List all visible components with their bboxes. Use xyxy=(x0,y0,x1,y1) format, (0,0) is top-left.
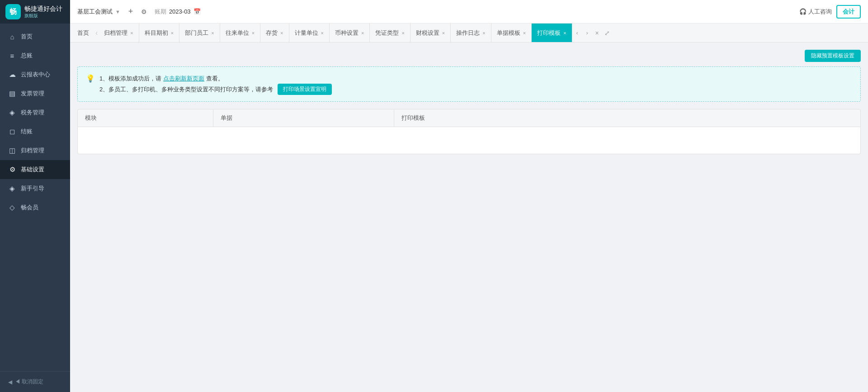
sidebar-item-label: 云报表中心 xyxy=(21,71,50,79)
tab-close-icon[interactable]: × xyxy=(211,30,214,36)
tab-dept-employee[interactable]: 部门员工 × xyxy=(179,24,220,43)
tab-tax-settings[interactable]: 财税设置 × xyxy=(410,24,451,43)
headset-icon: 🎧 xyxy=(799,8,807,15)
sidebar-logo: 畅 畅捷通好会计 旗舰版 xyxy=(0,0,70,24)
info-line-2: 2、多员工、多打印机、多种业务类型设置不同打印方案等，请参考 打印场景设置宣明 xyxy=(99,84,852,95)
tab-print-template[interactable]: 打印模板 × xyxy=(532,24,572,43)
chevron-down-icon: ▼ xyxy=(115,9,120,14)
tab-next-button[interactable]: › xyxy=(582,24,592,43)
sidebar-item-cloud-report[interactable]: ☁ 云报表中心 xyxy=(0,65,70,84)
logo-text: 畅捷通好会计 xyxy=(24,5,62,13)
header-actions: + ⚙ xyxy=(126,7,149,17)
vip-icon: ◇ xyxy=(8,203,16,212)
tab-label: 财税设置 xyxy=(416,29,439,37)
print-scene-button[interactable]: 打印场景设置宣明 xyxy=(278,84,332,95)
col-module: 模块 xyxy=(78,109,213,127)
cancel-fixed-icon: ◀ xyxy=(8,379,12,385)
tab-close-icon[interactable]: × xyxy=(252,30,255,36)
col-form: 单据 xyxy=(213,109,394,127)
tab-operation-log[interactable]: 操作日志 × xyxy=(451,24,491,43)
cloud-icon: ☁ xyxy=(8,71,16,79)
col-template: 打印模板 xyxy=(394,109,860,127)
sidebar-item-archive[interactable]: ◫ 归档管理 xyxy=(0,141,70,160)
company-name: 基层工会测试 xyxy=(77,8,113,16)
period-info: 账期 2023-03 📅 xyxy=(155,8,201,16)
archive-icon: ◫ xyxy=(8,146,16,155)
tax-icon: ◈ xyxy=(8,109,16,117)
sidebar-item-home[interactable]: ⌂ 首页 xyxy=(0,27,70,46)
sidebar-item-label: 归档管理 xyxy=(21,146,44,155)
sidebar-item-tax[interactable]: ◈ 税务管理 xyxy=(0,103,70,122)
info-line-1: 1、模板添加成功后，请 点击刷新新页面 查看。 xyxy=(99,73,852,84)
tab-close-icon[interactable]: × xyxy=(442,30,445,36)
add-tab-button[interactable]: + xyxy=(126,7,136,17)
period-label: 账期 xyxy=(155,8,166,16)
company-selector[interactable]: 基层工会测试 ▼ xyxy=(77,8,120,16)
tab-separator: ‹ xyxy=(95,29,98,37)
sidebar-item-basic-settings[interactable]: ⚙ 基础设置 xyxy=(0,160,70,179)
main-area: 基层工会测试 ▼ + ⚙ 账期 2023-03 📅 🎧 人工咨询 会计 首页 ‹… xyxy=(70,0,868,392)
newbie-icon: ◈ xyxy=(8,184,16,193)
tab-label: 科目期初 xyxy=(145,29,168,37)
tab-prev-button[interactable]: ‹ xyxy=(572,24,582,43)
sidebar-item-label: 结账 xyxy=(21,128,33,136)
sidebar-item-invoice[interactable]: ▤ 发票管理 xyxy=(0,84,70,103)
calendar-icon[interactable]: 📅 xyxy=(193,8,201,15)
tab-single-form[interactable]: 单据模板 × xyxy=(491,24,532,43)
settings-button[interactable]: ⚙ xyxy=(139,7,149,17)
closing-icon: ◻ xyxy=(8,128,16,136)
hide-preview-button[interactable]: 隐藏预置模板设置 xyxy=(805,50,861,62)
table-body xyxy=(77,127,861,154)
tab-label: 归档管理 xyxy=(104,29,127,37)
tab-close-all-button[interactable]: × xyxy=(592,24,602,43)
table-header: 模块 单据 打印模板 xyxy=(77,109,861,127)
tab-label: 存货 xyxy=(266,29,278,37)
tab-label: 部门员工 xyxy=(185,29,208,37)
tab-label: 单据模板 xyxy=(497,29,520,37)
sidebar-item-closing[interactable]: ◻ 结账 xyxy=(0,122,70,141)
home-icon: ⌂ xyxy=(8,33,16,41)
tab-close-icon[interactable]: × xyxy=(523,30,526,36)
sidebar-item-vip[interactable]: ◇ 畅会员 xyxy=(0,198,70,217)
tab-close-icon[interactable]: × xyxy=(401,30,404,36)
tab-close-icon[interactable]: × xyxy=(563,30,566,36)
tab-measure-unit[interactable]: 计量单位 × xyxy=(289,24,330,43)
top-header: 基层工会测试 ▼ + ⚙ 账期 2023-03 📅 🎧 人工咨询 会计 xyxy=(70,0,868,24)
tab-close-icon[interactable]: × xyxy=(361,30,364,36)
sidebar-item-label: 首页 xyxy=(21,33,33,41)
tab-close-icon[interactable]: × xyxy=(171,30,174,36)
sidebar-item-newbie[interactable]: ◈ 新手引导 xyxy=(0,179,70,198)
tab-label: 凭证类型 xyxy=(375,29,399,37)
tab-close-icon[interactable]: × xyxy=(130,30,133,36)
sidebar-nav: ⌂ 首页 ≡ 总账 ☁ 云报表中心 ▤ 发票管理 ◈ 税务管理 ◻ 结账 ◫ 归… xyxy=(0,24,70,371)
tab-home[interactable]: 首页 xyxy=(72,24,94,43)
tab-close-icon[interactable]: × xyxy=(280,30,283,36)
tab-label: 打印模板 xyxy=(537,29,561,37)
sidebar-item-general-ledger[interactable]: ≡ 总账 xyxy=(0,46,70,65)
invoice-icon: ▤ xyxy=(8,90,16,98)
tab-inventory[interactable]: 存货 × xyxy=(260,24,289,43)
cancel-fixed-button[interactable]: ◀ ◀ 取消固定 xyxy=(0,371,70,392)
info-box: 💡 1、模板添加成功后，请 点击刷新新页面 查看。 2、多员工、多打印机、多种业… xyxy=(77,66,861,102)
tab-label: 操作日志 xyxy=(456,29,480,37)
content-area: 隐藏预置模板设置 💡 1、模板添加成功后，请 点击刷新新页面 查看。 2、多员工… xyxy=(70,43,868,392)
tab-currency[interactable]: 币种设置 × xyxy=(330,24,370,43)
sidebar-item-label: 基础设置 xyxy=(21,165,44,174)
tab-close-icon[interactable]: × xyxy=(321,30,324,36)
tab-subject-period[interactable]: 科目期初 × xyxy=(139,24,179,43)
print-template-table: 模块 单据 打印模板 xyxy=(77,109,861,154)
tab-archive-mgmt[interactable]: 归档管理 × xyxy=(99,24,139,43)
kuaiji-button[interactable]: 会计 xyxy=(836,5,861,19)
info-text-1-after: 查看。 xyxy=(206,73,224,84)
tab-expand-button[interactable]: ⤢ xyxy=(602,24,612,43)
human-service-button[interactable]: 🎧 人工咨询 xyxy=(799,8,832,16)
info-link[interactable]: 点击刷新新页面 xyxy=(163,73,204,84)
cancel-fixed-label: ◀ 取消固定 xyxy=(15,378,43,386)
sidebar-item-label: 新手引导 xyxy=(21,184,44,193)
tab-partner[interactable]: 往来单位 × xyxy=(220,24,260,43)
sidebar-item-label: 税务管理 xyxy=(21,109,44,117)
period-value: 2023-03 xyxy=(169,8,191,15)
tab-close-icon[interactable]: × xyxy=(482,30,485,36)
bulb-icon: 💡 xyxy=(86,74,95,83)
tab-voucher-type[interactable]: 凭证类型 × xyxy=(370,24,410,43)
